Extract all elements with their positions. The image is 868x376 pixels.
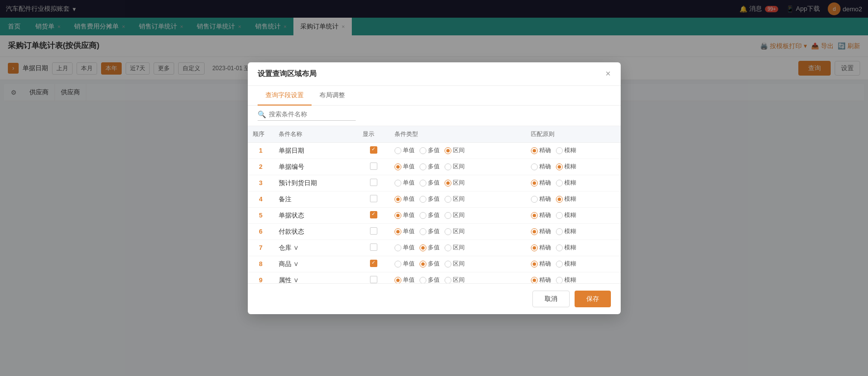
modal-tab-layout[interactable]: 布局调整 xyxy=(312,86,353,106)
modal-title: 设置查询区域布局 xyxy=(258,69,316,79)
modal-tab-query-fields-label: 查询字段设置 xyxy=(265,91,304,99)
modal-tab-query-fields[interactable]: 查询字段设置 xyxy=(258,86,312,106)
modal-overlay[interactable]: 设置查询区域布局 × 查询字段设置 布局调整 🔍 顺序 xyxy=(0,0,868,105)
modal-tabs: 查询字段设置 布局调整 xyxy=(248,86,621,106)
modal-header: 设置查询区域布局 × xyxy=(248,62,621,86)
modal-close-btn[interactable]: × xyxy=(605,69,611,78)
modal-tab-layout-label: 布局调整 xyxy=(319,91,345,99)
modal-dialog: 设置查询区域布局 × 查询字段设置 布局调整 🔍 顺序 xyxy=(248,62,621,106)
